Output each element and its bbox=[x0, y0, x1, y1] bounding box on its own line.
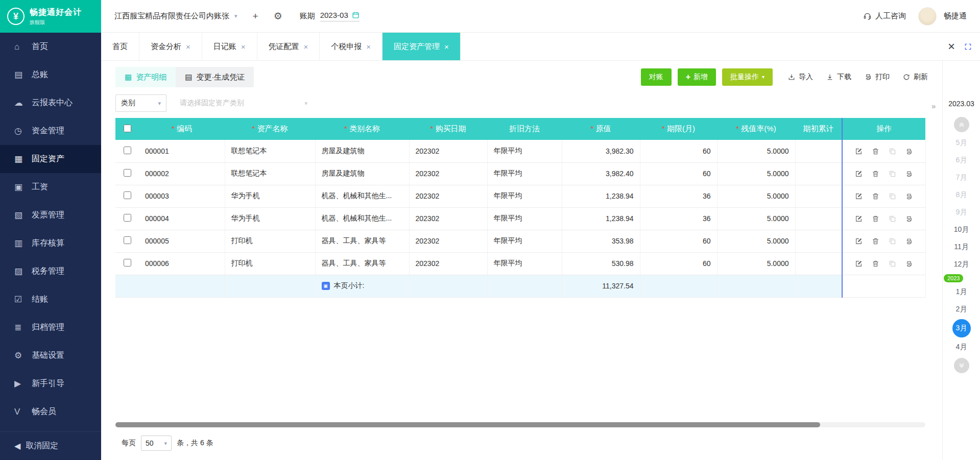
edit-icon[interactable] bbox=[855, 260, 863, 268]
delete-icon[interactable] bbox=[872, 237, 879, 245]
subtab-asset-detail[interactable]: ▦ 资产明细 bbox=[115, 67, 176, 87]
user-name[interactable]: 畅捷通 bbox=[944, 11, 967, 21]
horizontal-scrollbar[interactable] bbox=[115, 422, 925, 427]
subtab-change-voucher[interactable]: ▤ 变更·生成凭证 bbox=[176, 67, 254, 87]
row-checkbox[interactable] bbox=[124, 147, 131, 154]
tab-home[interactable]: 首页 bbox=[101, 33, 139, 60]
month-item-12月[interactable]: 12月 bbox=[943, 256, 980, 273]
sidebar-item-archive[interactable]: ≣ 归档管理 bbox=[0, 313, 101, 342]
print-icon[interactable] bbox=[905, 171, 913, 178]
print-button[interactable]: 打印 bbox=[865, 72, 890, 82]
settings-gear-button[interactable]: ⚙ bbox=[274, 11, 282, 21]
copy-icon[interactable] bbox=[889, 192, 896, 200]
copy-icon[interactable] bbox=[889, 215, 896, 223]
asset-category-select[interactable]: 请选择固定资产类别 ▾ bbox=[180, 99, 307, 108]
sidebar-item-fixed-assets[interactable]: ▦ 固定资产 bbox=[0, 145, 101, 173]
batch-button[interactable]: 批量操作 ▾ bbox=[722, 68, 773, 86]
month-item-2月[interactable]: 2月 bbox=[943, 301, 980, 318]
download-button[interactable]: 下载 bbox=[826, 72, 851, 82]
print-icon[interactable] bbox=[905, 193, 913, 200]
app-logo[interactable]: ¥ 畅捷通好会计 旗舰版 bbox=[0, 0, 101, 33]
tab-personal-tax[interactable]: 个税申报 × bbox=[320, 33, 383, 60]
copy-icon[interactable] bbox=[889, 170, 896, 178]
close-tab-button[interactable]: × bbox=[948, 40, 955, 53]
month-item-3月[interactable]: 3月 bbox=[952, 319, 971, 337]
month-item-8月[interactable]: 8月 bbox=[943, 186, 980, 204]
close-icon[interactable]: × bbox=[444, 43, 449, 51]
scrollbar-thumb[interactable] bbox=[115, 422, 820, 427]
edit-icon[interactable] bbox=[855, 237, 863, 245]
tab-voucher-config[interactable]: 凭证配置 × bbox=[257, 33, 320, 60]
unpin-sidebar-button[interactable]: ◀ 取消固定 bbox=[0, 431, 101, 460]
tab-fixed-assets-mgmt[interactable]: 固定资产管理 × bbox=[383, 33, 461, 60]
delete-icon[interactable] bbox=[872, 260, 879, 268]
delete-icon[interactable] bbox=[872, 148, 879, 155]
import-button[interactable]: 导入 bbox=[788, 72, 813, 82]
close-icon[interactable]: × bbox=[241, 43, 246, 51]
print-icon[interactable] bbox=[905, 148, 913, 155]
sidebar-item-salary[interactable]: ▣ 工资 bbox=[0, 173, 101, 201]
month-item-10月[interactable]: 10月 bbox=[943, 221, 980, 238]
scroll-months-up-button[interactable] bbox=[954, 117, 969, 132]
copy-icon[interactable] bbox=[889, 148, 896, 155]
fullscreen-button[interactable] bbox=[964, 43, 972, 51]
sidebar-item-member[interactable]: V 畅会员 bbox=[0, 398, 101, 426]
sidebar-item-general-ledger[interactable]: ▤ 总账 bbox=[0, 61, 101, 89]
column-header-purchase-date[interactable]: * 购买日期 bbox=[409, 118, 487, 140]
month-item-1月[interactable]: 1月 bbox=[943, 283, 980, 301]
sidebar-item-invoice[interactable]: ▧ 发票管理 bbox=[0, 201, 101, 229]
refresh-button[interactable]: 刷新 bbox=[903, 72, 928, 82]
column-header-term-months[interactable]: * 期限(月) bbox=[640, 118, 717, 140]
month-item-9月[interactable]: 9月 bbox=[943, 204, 980, 221]
edit-icon[interactable] bbox=[855, 148, 863, 155]
company-selector[interactable]: 江西服宝精品有限责任公司内账张 ▾ bbox=[114, 11, 237, 21]
edit-icon[interactable] bbox=[855, 192, 863, 200]
tab-journal[interactable]: 日记账 × bbox=[202, 33, 257, 60]
column-header-opening-accum[interactable]: 期初累计 bbox=[795, 118, 842, 140]
select-all-checkbox[interactable] bbox=[124, 125, 131, 132]
copy-icon[interactable] bbox=[889, 237, 896, 245]
delete-icon[interactable] bbox=[872, 192, 879, 200]
close-icon[interactable]: × bbox=[304, 43, 308, 51]
per-page-select[interactable]: 50 ▾ bbox=[141, 435, 172, 451]
sidebar-item-cloud-reports[interactable]: ☁ 云报表中心 bbox=[0, 89, 101, 117]
row-checkbox[interactable] bbox=[124, 236, 131, 244]
avatar[interactable] bbox=[918, 7, 937, 26]
column-header-asset-name[interactable]: * 资产名称 bbox=[225, 118, 315, 140]
edit-icon[interactable] bbox=[855, 215, 863, 223]
close-icon[interactable]: × bbox=[366, 43, 371, 51]
copy-icon[interactable] bbox=[889, 260, 896, 268]
delete-icon[interactable] bbox=[872, 170, 879, 178]
month-item-4月[interactable]: 4月 bbox=[943, 338, 980, 356]
row-checkbox[interactable] bbox=[124, 259, 131, 267]
help-button[interactable]: 人工咨询 bbox=[863, 11, 906, 21]
edit-icon[interactable] bbox=[855, 170, 863, 178]
scroll-months-down-button[interactable] bbox=[954, 358, 969, 373]
row-checkbox[interactable] bbox=[124, 169, 131, 177]
column-header-operations[interactable]: 操作 bbox=[842, 118, 925, 140]
sidebar-item-inventory[interactable]: ▥ 库存核算 bbox=[0, 229, 101, 257]
row-checkbox[interactable] bbox=[124, 214, 131, 222]
month-item-6月[interactable]: 6月 bbox=[943, 152, 980, 169]
add-button[interactable]: + 新增 bbox=[678, 68, 716, 86]
category-select[interactable]: 类别 ▾ bbox=[115, 94, 166, 112]
add-account-button[interactable]: + bbox=[253, 11, 258, 21]
reconcile-button[interactable]: 对账 bbox=[641, 68, 672, 86]
sidebar-item-guide[interactable]: ▶ 新手引导 bbox=[0, 370, 101, 398]
sidebar-item-funds[interactable]: ◷ 资金管理 bbox=[0, 117, 101, 145]
sidebar-item-home[interactable]: ⌂ 首页 bbox=[0, 33, 101, 61]
sidebar-item-closing[interactable]: ☑ 结账 bbox=[0, 285, 101, 313]
column-header-code[interactable]: * 编码 bbox=[139, 118, 225, 140]
period-picker[interactable]: 2023-03 bbox=[320, 11, 360, 21]
month-item-11月[interactable]: 11月 bbox=[943, 238, 980, 256]
print-icon[interactable] bbox=[905, 238, 913, 245]
close-icon[interactable]: × bbox=[186, 43, 190, 51]
rail-collapse-icon[interactable]: » bbox=[931, 102, 936, 110]
column-header-residual-rate[interactable]: * 残值率(%) bbox=[717, 118, 795, 140]
month-item-7月[interactable]: 7月 bbox=[943, 169, 980, 186]
delete-icon[interactable] bbox=[872, 215, 879, 223]
month-item-5月[interactable]: 5月 bbox=[943, 134, 980, 152]
column-header-depreciation-method[interactable]: 折旧方法 bbox=[487, 118, 562, 140]
column-header-category-name[interactable]: * 类别名称 bbox=[315, 118, 409, 140]
sidebar-item-settings[interactable]: ⚙ 基础设置 bbox=[0, 342, 101, 370]
